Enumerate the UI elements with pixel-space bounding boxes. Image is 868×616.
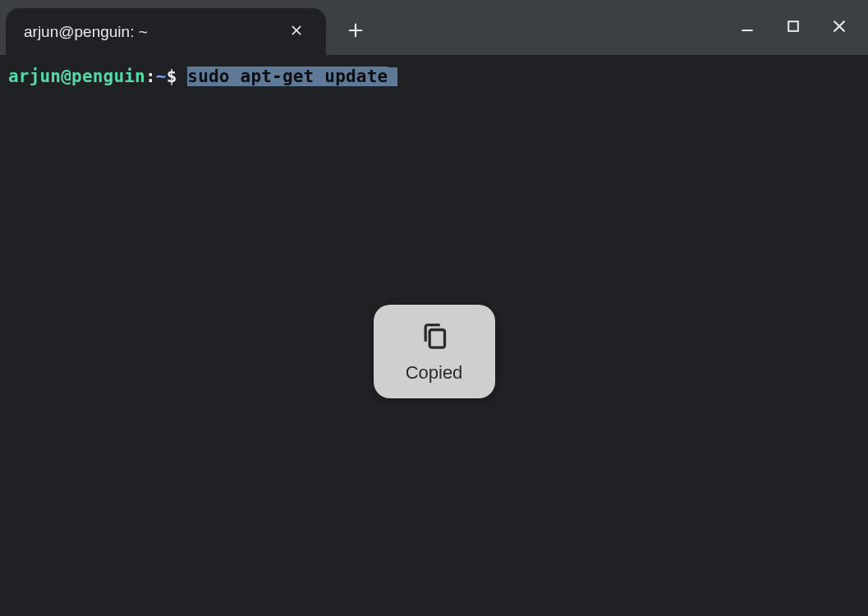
- command-selected[interactable]: sudo apt-get update: [187, 67, 388, 86]
- title-bar: arjun@penguin: ~: [0, 0, 868, 55]
- plus-icon: [347, 21, 365, 43]
- toast-label: Copied: [406, 362, 463, 384]
- minimize-icon: [739, 18, 755, 38]
- cursor-block: [388, 67, 397, 86]
- tab-active[interactable]: arjun@penguin: ~: [6, 8, 326, 55]
- close-icon: [290, 23, 303, 41]
- prompt-sigil: $: [167, 67, 177, 86]
- tab-title: arjun@penguin: ~: [24, 23, 285, 41]
- prompt-path: ~: [156, 67, 167, 86]
- prompt-userhost: arjun@penguin: [8, 67, 145, 86]
- minimize-button[interactable]: [735, 16, 760, 40]
- close-icon: [831, 18, 847, 38]
- prompt-separator: :: [145, 67, 156, 86]
- prompt-space: [177, 67, 188, 86]
- terminal-area[interactable]: arjun@penguin:~$ sudo apt-get update: [0, 55, 868, 98]
- svg-rect-8: [429, 330, 444, 348]
- close-window-button[interactable]: [827, 16, 852, 40]
- window-controls: [735, 0, 861, 55]
- copy-icon: [418, 319, 451, 356]
- new-tab-button[interactable]: [336, 12, 375, 52]
- close-tab-button[interactable]: [285, 21, 308, 44]
- maximize-button[interactable]: [781, 16, 806, 40]
- svg-rect-5: [788, 21, 798, 31]
- maximize-icon: [785, 18, 801, 38]
- copied-toast: Copied: [374, 305, 495, 398]
